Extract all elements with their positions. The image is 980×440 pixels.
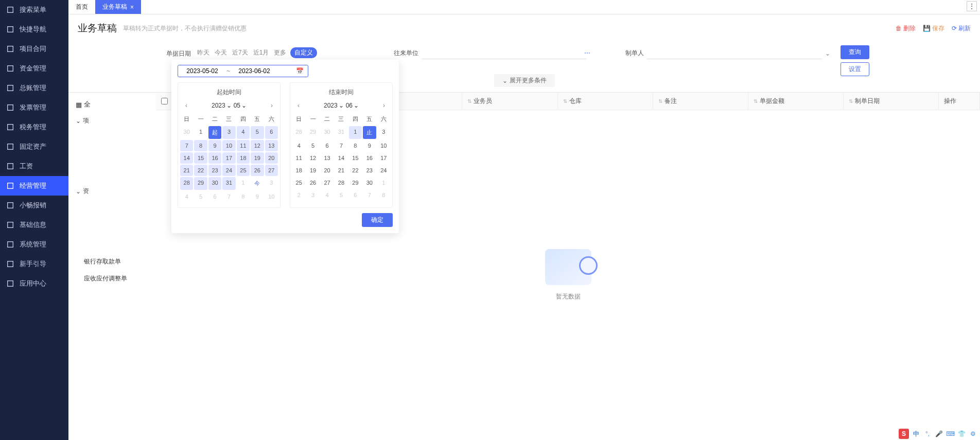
calendar-day[interactable]: 23: [208, 165, 221, 176]
calendar-day[interactable]: 26: [306, 177, 319, 188]
calendar-day[interactable]: 15: [194, 152, 207, 164]
calendar-day[interactable]: 11: [237, 140, 250, 151]
ime-skin-icon[interactable]: 👕: [957, 430, 966, 438]
column-header-3[interactable]: ⇅业务员: [462, 93, 557, 110]
panel-group-0[interactable]: ⌄ 项: [76, 113, 149, 128]
confirm-button[interactable]: 确定: [362, 213, 393, 227]
calendar-day[interactable]: 3: [377, 126, 390, 139]
calendar-day[interactable]: 12: [306, 152, 319, 164]
calendar-day[interactable]: 12: [251, 140, 264, 151]
column-header-7[interactable]: ⇅制单日期: [844, 93, 939, 110]
calendar-day[interactable]: 19: [251, 152, 264, 164]
sort-icon[interactable]: ⇅: [658, 99, 662, 103]
calendar-day[interactable]: 30: [208, 177, 221, 190]
calendar-day[interactable]: 起: [208, 126, 221, 139]
calendar-day[interactable]: 28: [335, 177, 347, 188]
ime-tool-icon[interactable]: ⚙: [969, 430, 977, 438]
expand-conditions-button[interactable]: ⌄ 展开更多条件: [494, 74, 555, 87]
end-date-input[interactable]: [234, 67, 274, 75]
calendar-day[interactable]: 7: [222, 191, 235, 202]
date-range-input[interactable]: ~ 📅: [178, 65, 308, 77]
settings-button[interactable]: 设置: [841, 62, 869, 76]
calendar-day[interactable]: 4: [180, 191, 193, 202]
sidebar-item-14[interactable]: 应用中心: [0, 274, 68, 293]
column-header-8[interactable]: 操作: [939, 93, 980, 110]
save-button[interactable]: 💾 保存: [923, 24, 944, 33]
calendar-day[interactable]: 10: [265, 191, 278, 202]
next-month-button[interactable]: ›: [381, 101, 387, 110]
calendar-day[interactable]: 14: [180, 152, 193, 164]
sidebar-item-2[interactable]: 项目合同: [0, 39, 68, 59]
month-select[interactable]: 05⌄: [234, 102, 247, 109]
column-header-4[interactable]: ⇅仓库: [558, 93, 653, 110]
prev-month-button[interactable]: ‹: [183, 101, 189, 110]
calendar-day[interactable]: 26: [251, 165, 264, 176]
calendar-day[interactable]: 止: [363, 126, 376, 139]
query-button[interactable]: 查询: [841, 45, 869, 59]
sidebar-item-11[interactable]: 基础信息: [0, 215, 68, 235]
calendar-day[interactable]: 31: [222, 177, 235, 190]
panel-item-adjust[interactable]: 应收应付调整单: [76, 271, 149, 286]
calendar-day[interactable]: 3: [222, 126, 235, 139]
start-date-input[interactable]: [182, 67, 222, 75]
calendar-day[interactable]: 5: [335, 189, 347, 201]
calendar-day[interactable]: 7: [363, 189, 376, 201]
calendar-day[interactable]: 5: [306, 140, 319, 151]
calendar-day[interactable]: 1: [349, 126, 362, 139]
year-select[interactable]: 2023⌄: [324, 102, 344, 109]
calendar-day[interactable]: 1: [377, 177, 390, 188]
ime-punct-icon[interactable]: °,: [923, 430, 932, 438]
tab-home[interactable]: 首页: [68, 0, 95, 14]
sidebar-item-10[interactable]: 小畅报销: [0, 196, 68, 215]
calendar-day[interactable]: 24: [377, 165, 390, 176]
calendar-day[interactable]: 6: [265, 126, 278, 139]
sort-icon[interactable]: ⇅: [563, 99, 567, 103]
calendar-day[interactable]: 17: [377, 152, 390, 164]
calendar-day[interactable]: 19: [306, 165, 319, 176]
calendar-day[interactable]: 16: [363, 152, 376, 164]
calendar-day[interactable]: 4: [292, 140, 305, 151]
calendar-day[interactable]: 22: [194, 165, 207, 176]
calendar-day[interactable]: 14: [335, 152, 347, 164]
calendar-day[interactable]: 25: [292, 177, 305, 188]
calendar-day[interactable]: 2: [292, 189, 305, 201]
calendar-day[interactable]: 30: [321, 126, 334, 139]
calendar-day[interactable]: 13: [321, 152, 334, 164]
calendar-day[interactable]: 29: [194, 177, 207, 190]
date-preset-1[interactable]: 今天: [214, 47, 228, 58]
calendar-day[interactable]: 3: [306, 189, 319, 201]
next-month-button[interactable]: ›: [269, 101, 275, 110]
calendar-day[interactable]: 5: [194, 191, 207, 202]
calendar-day[interactable]: 9: [208, 140, 221, 151]
calendar-day[interactable]: 21: [180, 165, 193, 176]
sidebar-item-4[interactable]: 总账管理: [0, 78, 68, 98]
calendar-day[interactable]: 28: [180, 177, 193, 190]
calendar-day[interactable]: 21: [335, 165, 347, 176]
calendar-day[interactable]: 30: [363, 177, 376, 188]
calendar-day[interactable]: 29: [306, 126, 319, 139]
calendar-day[interactable]: 1: [194, 126, 207, 139]
month-select[interactable]: 06⌄: [346, 102, 359, 109]
date-preset-4[interactable]: 更多: [273, 47, 287, 58]
sidebar-item-13[interactable]: 新手引导: [0, 254, 68, 274]
sidebar-item-7[interactable]: 固定资产: [0, 137, 68, 156]
partner-input[interactable]: [422, 47, 586, 59]
calendar-day[interactable]: 8: [194, 140, 207, 151]
chevron-down-icon[interactable]: ⌄: [825, 50, 830, 57]
calendar-day[interactable]: 10: [377, 140, 390, 151]
refresh-button[interactable]: ⟳ 刷新: [952, 24, 971, 33]
calendar-day[interactable]: 8: [349, 140, 362, 151]
calendar-day[interactable]: 8: [237, 191, 250, 202]
date-preset-0[interactable]: 昨天: [196, 47, 211, 58]
calendar-day[interactable]: 22: [349, 165, 362, 176]
calendar-day[interactable]: 25: [237, 165, 250, 176]
calendar-day[interactable]: 7: [180, 140, 193, 151]
calendar-day[interactable]: 23: [363, 165, 376, 176]
calendar-day[interactable]: 31: [335, 126, 347, 139]
calendar-day[interactable]: 28: [292, 126, 305, 139]
calendar-day[interactable]: 4: [321, 189, 334, 201]
tab-draft[interactable]: 业务草稿 ×: [95, 0, 141, 14]
calendar-day[interactable]: 9: [363, 140, 376, 151]
creator-input[interactable]: [647, 47, 822, 59]
date-preset-custom[interactable]: 自定义: [290, 47, 317, 58]
